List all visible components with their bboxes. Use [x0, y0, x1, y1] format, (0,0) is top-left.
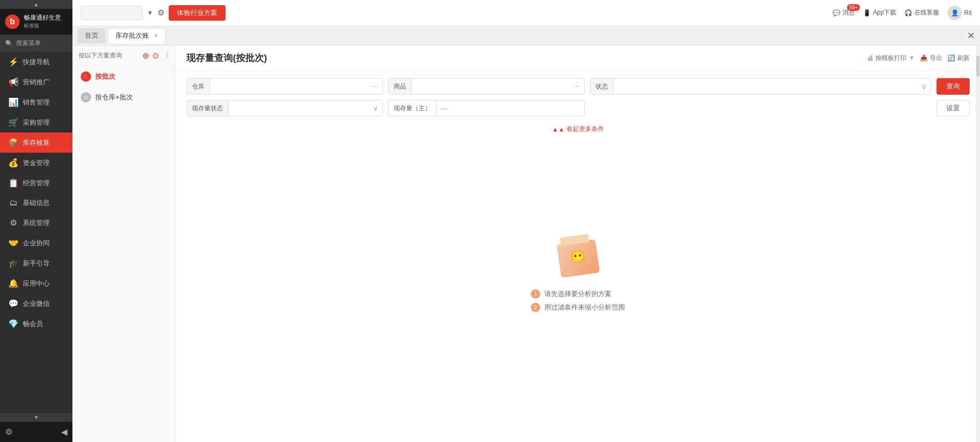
sidebar-item-3[interactable]: 🛒采购管理: [0, 112, 72, 132]
collapse-up-icon: ▲▲: [552, 126, 565, 133]
close-tab-btn[interactable]: ✕: [967, 30, 975, 41]
scheme-settings-icon[interactable]: ⊙: [152, 51, 159, 61]
topbar-gear-icon[interactable]: ⚙: [157, 8, 165, 18]
right-scrollbar[interactable]: [976, 46, 980, 442]
nav-icon-4: 📦: [8, 138, 19, 148]
status-input[interactable]: ∨: [614, 82, 931, 91]
app-title-block: 畅康通好生意 标准版: [24, 14, 61, 30]
app-download-label: App下载: [873, 8, 896, 17]
scheme-icon-warehouse: ⊙: [81, 92, 91, 102]
tab-close-icon[interactable]: ×: [154, 32, 158, 39]
empty-illustration: 😶: [552, 232, 604, 279]
tip-text-2: 用过滤条件来缩小分析范围: [544, 303, 625, 312]
settings-icon[interactable]: ⚙: [5, 427, 12, 437]
messages-btn[interactable]: 💬 消息 99+: [833, 8, 855, 17]
filter-collapse-btn[interactable]: ▲▲ 收起更多条件: [186, 122, 970, 137]
left-panel-actions: ⊕ ⊙ 《: [142, 51, 169, 61]
dropdown-arrow-icon[interactable]: ▼: [147, 9, 153, 17]
scheme-item-batch[interactable]: 🔴 按批次: [72, 66, 175, 87]
empty-tip-1: 1 请先选择要分析的方案: [531, 289, 625, 299]
sidebar-item-7[interactable]: 🗂基础信息: [0, 193, 72, 213]
print-icon: 🖨: [867, 54, 873, 62]
nav-icon-9: 🤝: [8, 238, 19, 248]
add-scheme-icon[interactable]: ⊕: [142, 51, 149, 61]
app-title: 畅康通好生意: [24, 14, 61, 22]
empty-tip-2: 2 用过滤条件来缩小分析范围: [531, 303, 625, 312]
warehouse-input[interactable]: ···: [210, 82, 382, 91]
scrollbar-thumb: [976, 56, 979, 77]
status-filter[interactable]: 状态 ∨: [590, 78, 931, 95]
filter-row-2: 现存量状态 ∨ 现存量（主） — 设置: [186, 100, 970, 116]
search-label: 搜索菜单: [16, 39, 41, 48]
sidebar-item-9[interactable]: 🤝企业协同: [0, 233, 72, 253]
stock-status-filter[interactable]: 现存量状态 ∨: [186, 100, 383, 116]
left-panel-title: 按以下方案查询: [79, 51, 122, 60]
warehouse-label: 仓库: [187, 79, 210, 94]
nav-label-3: 采购管理: [23, 118, 50, 127]
warehouse-filter[interactable]: 仓库 ···: [186, 78, 383, 95]
page-header: 现存量查询(按批次) 🖨 按模板打印 ▼ 📤 导出 🔄 刷新: [176, 46, 980, 71]
topbar-right: 💬 消息 99+ 📱 App下载 🎧 在线客服 👤 Rit: [833, 6, 972, 20]
user-menu[interactable]: 👤 Rit: [947, 6, 972, 20]
sidebar-item-12[interactable]: 💬企业微信: [0, 293, 72, 314]
stock-status-input[interactable]: ∨: [229, 104, 382, 112]
nav-label-5: 资金管理: [23, 158, 50, 168]
sidebar-item-5[interactable]: 💰资金管理: [0, 153, 72, 173]
collapse-panel-icon[interactable]: 《: [162, 51, 169, 61]
sidebar-scroll-up[interactable]: ▲: [0, 0, 72, 9]
sidebar-item-4[interactable]: 📦库存核算: [0, 132, 72, 153]
empty-tips: 1 请先选择要分析的方案 2 用过滤条件来缩小分析范围: [531, 289, 625, 312]
sidebar-item-10[interactable]: 🎓新手引导: [0, 253, 72, 273]
export-btn[interactable]: 📤 导出: [920, 54, 942, 63]
sidebar-item-1[interactable]: 📢营销推广: [0, 72, 72, 92]
nav-label-13: 畅会员: [23, 319, 43, 329]
sidebar-item-0[interactable]: ⚡快捷导航: [0, 52, 72, 72]
nav-icon-12: 💬: [8, 299, 19, 308]
tab-home[interactable]: 首页: [78, 28, 106, 43]
export-label: 导出: [930, 54, 942, 63]
scheme-item-warehouse-batch[interactable]: ⊙ 按仓库+批次: [72, 87, 175, 108]
nav-icon-3: 🛒: [8, 117, 19, 127]
stock-qty-label: 现存量（主）: [388, 100, 436, 116]
print-label: 按模板打印: [875, 54, 907, 63]
sidebar-item-11[interactable]: 🔔应用中心: [0, 273, 72, 293]
product-input[interactable]: ···: [412, 82, 584, 91]
tab-stock-batch[interactable]: 库存批次账 ×: [108, 28, 166, 43]
topbar-left: ▼ ⚙ 体验行业方案: [81, 5, 827, 21]
settings-btn[interactable]: 设置: [937, 100, 970, 116]
sidebar-scroll-down[interactable]: ▼: [0, 413, 72, 422]
user-avatar: 👤: [947, 6, 962, 20]
sidebar-search[interactable]: 🔍 搜索菜单: [0, 35, 72, 52]
tip-num-1: 1: [531, 289, 540, 299]
nav-icon-10: 🎓: [8, 258, 19, 268]
nav-label-7: 基础信息: [23, 198, 50, 208]
product-filter[interactable]: 商品 ···: [388, 78, 585, 95]
messages-badge: 99+: [847, 4, 860, 11]
sidebar-item-8[interactable]: ⚙系统管理: [0, 213, 72, 233]
left-panel-header: 按以下方案查询 ⊕ ⊙ 《: [72, 46, 175, 66]
online-service-btn[interactable]: 🎧 在线客服: [904, 8, 939, 17]
nav-icon-6: 📋: [8, 178, 19, 188]
topbar-search-box[interactable]: [81, 6, 143, 20]
experience-btn[interactable]: 体验行业方案: [169, 5, 226, 21]
nav-icon-11: 🔔: [8, 278, 19, 288]
sidebar-item-13[interactable]: 💎畅会员: [0, 314, 72, 334]
refresh-btn[interactable]: 🔄 刷新: [947, 54, 970, 63]
search-icon: 🔍: [5, 40, 13, 47]
collapse-icon[interactable]: ◀: [61, 427, 67, 437]
app-download-btn[interactable]: 📱 App下载: [863, 8, 896, 17]
sidebar-item-2[interactable]: 📊销售管理: [0, 92, 72, 112]
filter-row-1: 仓库 ··· 商品 ··· 状态 ∨: [186, 78, 970, 95]
nav-icon-0: ⚡: [8, 57, 19, 67]
sidebar-item-6[interactable]: 📋经营管理: [0, 173, 72, 193]
sidebar-header: b 畅康通好生意 标准版: [0, 9, 72, 35]
stock-qty-filter[interactable]: 现存量（主） —: [388, 100, 585, 116]
nav-icon-1: 📢: [8, 77, 19, 87]
print-btn[interactable]: 🖨 按模板打印 ▼: [867, 54, 915, 63]
scheme-icon-batch: 🔴: [81, 71, 91, 82]
nav-icon-13: 💎: [8, 319, 19, 329]
query-btn[interactable]: 查询: [937, 78, 970, 95]
print-dropdown-icon[interactable]: ▼: [909, 54, 915, 62]
page-title: 现存量查询(按批次): [186, 52, 267, 64]
page-header-actions: 🖨 按模板打印 ▼ 📤 导出 🔄 刷新: [867, 54, 970, 63]
